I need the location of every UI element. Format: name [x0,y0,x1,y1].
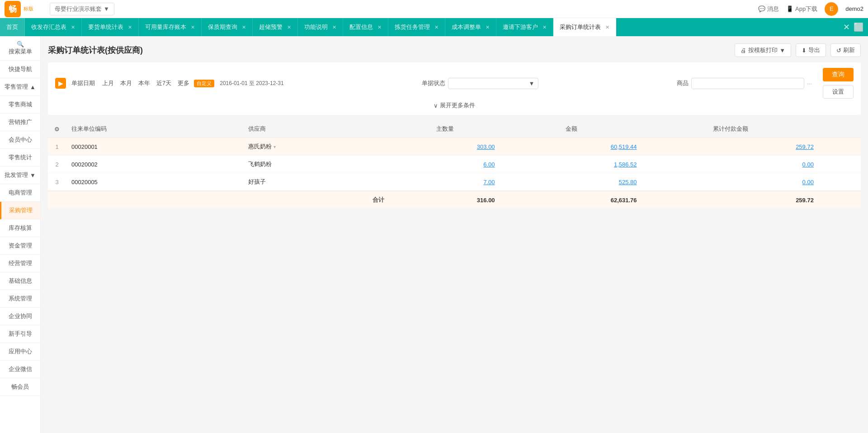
sidebar-item-retail-mgmt[interactable]: 零售管理 ▲ [0,78,40,96]
sidebar-item-basic[interactable]: 基础信息 [0,272,40,290]
message-label: 消息 [767,5,779,13]
tab-peizhi[interactable]: 配置信息 ✕ [343,18,388,36]
row-amount[interactable]: 525.80 [500,173,642,191]
shortcut-7days[interactable]: 近7天 [155,78,173,88]
query-button[interactable]: 查询 [823,68,854,81]
gear-icon[interactable]: ⚙ [54,126,60,133]
sidebar-item-search[interactable]: 🔍 搜索菜单 [0,36,40,61]
tab-yaoqing[interactable]: 邀请下游客户 ✕ [496,18,553,36]
close-icon[interactable]: ✕ [377,24,382,30]
sidebar-label-retail-stat: 零售统计 [9,154,32,161]
sidebar-label-search: 搜索菜单 [9,48,32,55]
row-paid[interactable]: 0.00 [642,173,819,191]
sidebar-label-wholesale: 批发管理 [5,171,28,179]
shortcut-this-month[interactable]: 本月 [118,78,134,88]
sidebar-item-inventory[interactable]: 库存核算 [0,219,40,237]
sidebar-item-vip[interactable]: 畅会员 [0,378,40,396]
app-download-button[interactable]: 📱 App下载 [786,5,817,13]
sidebar-item-finance[interactable]: 资金管理 [0,237,40,255]
close-icon[interactable]: ✕ [605,24,609,30]
custom-badge[interactable]: 自定义 [194,80,214,87]
col-paid: 累计付款金额 [642,120,819,138]
table-header-row: ⚙ 往来单位编码 供应商 主数量 金额 累计付款金额 [48,120,861,138]
shortcut-this-year[interactable]: 本年 [137,78,152,88]
sidebar-item-member[interactable]: 会员中心 [0,131,40,149]
status-select[interactable]: ▼ [448,78,538,89]
print-label: 按模板打印 [748,46,778,54]
tab-home[interactable]: 首页 [0,18,25,36]
tab-baozhi[interactable]: 保质期查询 ✕ [202,18,253,36]
sidebar-item-system[interactable]: 系统管理 [0,290,40,308]
filter-toggle[interactable]: ▶ [55,78,66,89]
close-icon[interactable]: ✕ [486,24,490,30]
user-name[interactable]: demo2 [845,5,863,12]
tab-yaoqing-label: 邀请下游客户 [503,23,538,31]
expand-more[interactable]: ∨ 展开更多条件 [55,99,854,109]
tab-kecun[interactable]: 可用量库存账本 ✕ [139,18,202,36]
sidebar-item-retail-stat[interactable]: 零售统计 [0,149,40,167]
close-icon[interactable]: ✕ [287,24,291,30]
status-field: 单据状态 ▼ [422,78,538,89]
tab-chengben[interactable]: 成本调整单 ✕ [445,18,496,36]
row-qty[interactable]: 7.00 [390,173,500,191]
row-paid[interactable]: 259.72 [642,138,819,156]
export-icon: ⬇ [802,47,807,54]
sidebar-item-quick-nav[interactable]: 快捷导航 [0,61,40,78]
export-button[interactable]: ⬇ 导出 [796,43,826,57]
setting-button[interactable]: 设置 [823,85,854,99]
refresh-button[interactable]: ↺ 刷新 [830,43,861,57]
sidebar-item-marketing[interactable]: 营销推广 [0,114,40,131]
sidebar-item-appcenter[interactable]: 应用中心 [0,343,40,361]
tab-chaochujing[interactable]: 超储预警 ✕ [253,18,298,36]
close-icon[interactable]: ✕ [542,24,547,30]
goods-input[interactable] [691,78,804,89]
close-icon[interactable]: ✕ [191,24,195,30]
logo-icon: 畅 [5,1,21,17]
shortcut-last-month[interactable]: 上月 [100,78,116,88]
company-dropdown[interactable]: 母婴行业演示账套 ▼ [50,3,114,15]
close-all-icon[interactable]: ✕ [843,22,850,32]
row-supplier: 好孩子 [243,173,390,191]
tab-yaohuo[interactable]: 要货单统计表 ✕ [82,18,139,36]
tab-shoufacun[interactable]: 收发存汇总表 ✕ [25,18,82,36]
refresh-label: 刷新 [843,46,855,54]
print-button[interactable]: 🖨 按模板打印 ▼ [735,43,791,57]
data-table: ⚙ 往来单位编码 供应商 主数量 金额 累计付款金额 1 00020001 惠氏… [48,120,861,209]
sidebar-item-collab[interactable]: 企业协同 [0,308,40,325]
tab-gongneng[interactable]: 功能说明 ✕ [298,18,343,36]
sidebar-item-wholesale[interactable]: 批发管理 ▼ [0,167,40,184]
sidebar-item-newguide[interactable]: 新手引导 [0,325,40,343]
sidebar-item-operation[interactable]: 经营管理 [0,255,40,272]
sidebar-item-purchase[interactable]: 采购管理 [0,202,40,219]
row-qty[interactable]: 303.00 [390,138,500,156]
row-paid[interactable]: 0.00 [642,156,819,173]
row-qty[interactable]: 6.00 [390,156,500,173]
close-icon[interactable]: ✕ [71,24,75,30]
shortcut-more[interactable]: 更多 [176,78,191,88]
sidebar-item-retail-shop[interactable]: 零售商城 [0,96,40,114]
tab-gongneng-label: 功能说明 [304,23,328,31]
close-icon[interactable]: ✕ [332,24,336,30]
page-title: 采购订单统计表(按供应商) [48,45,143,56]
table-row: 1 00020001 惠氏奶粉 ▾ 303.00 60,519.44 259.7… [48,138,861,156]
message-button[interactable]: 💬 消息 [758,5,779,13]
tab-caigou-label: 采购订单统计表 [560,23,601,31]
chevron-down-icon: ▲ [30,84,36,90]
close-icon[interactable]: ✕ [128,24,132,30]
expand-icon[interactable]: ⬜ [854,22,863,32]
tab-caigou[interactable]: 采购订单统计表 ✕ [553,18,616,36]
close-icon[interactable]: ✕ [242,24,246,30]
more-dots[interactable]: ··· [807,80,812,87]
sidebar-label-inventory: 库存核算 [9,224,32,231]
close-icon[interactable]: ✕ [434,24,439,30]
sidebar-item-wechat[interactable]: 企业微信 [0,361,40,378]
row-amount[interactable]: 60,519.44 [500,138,642,156]
row-amount[interactable]: 1,586.52 [500,156,642,173]
search-icon: 🔍 [17,41,24,48]
date-label: 单据日期 [71,79,95,87]
chevron-down-icon: ▼ [30,172,36,179]
refresh-icon: ↺ [836,47,841,54]
sidebar-label-purchase: 采购管理 [9,207,33,214]
sidebar-item-ecommerce[interactable]: 电商管理 [0,184,40,202]
tab-jianhuo[interactable]: 拣货任务管理 ✕ [388,18,445,36]
